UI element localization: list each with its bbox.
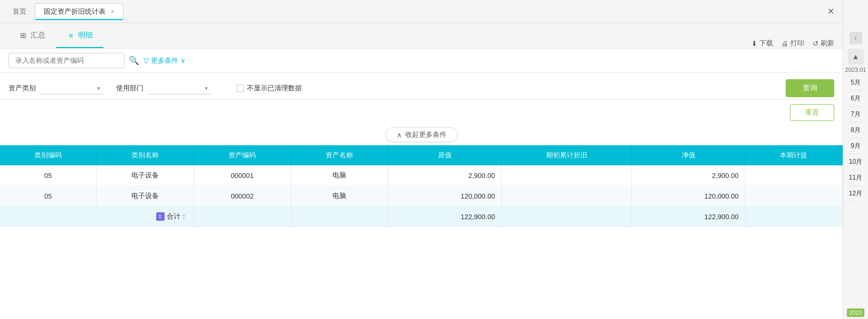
close-window-icon[interactable]: ✕ <box>827 6 834 16</box>
cell-asset-name: 电脑 <box>291 165 388 186</box>
collapse-row: ∧ 收起更多条件 <box>0 123 843 145</box>
download-icon: ⬇ <box>751 40 757 48</box>
refresh-icon: ↺ <box>813 40 818 48</box>
asset-category-select[interactable] <box>40 82 103 95</box>
cell-category-code: 05 <box>0 165 97 186</box>
col-current-period: 本期计提 <box>745 145 842 165</box>
tab-title: 固定资产折旧统计表 <box>44 7 106 16</box>
summary-icon: ⊞ <box>19 31 27 40</box>
no-cleared-label: 不显示已清理数据 <box>247 83 302 93</box>
collapse-label: 收起更多条件 <box>405 130 446 139</box>
department-select[interactable] <box>148 82 211 95</box>
tab-close-icon[interactable]: × <box>111 8 115 15</box>
search-icon[interactable]: 🔍 <box>129 55 139 65</box>
query-button[interactable]: 查询 <box>786 79 834 97</box>
cell-asset-name: 电脑 <box>291 186 388 207</box>
sidebar-month-item[interactable]: 11月 <box>849 170 862 186</box>
tab-summary[interactable]: ⊞ 汇总 <box>8 23 56 48</box>
table-row: 05 电子设备 000001 电脑 2,900.00 2,900.00 <box>0 165 843 186</box>
year-badge: 2023 <box>847 308 864 317</box>
department-select-wrapper: ▼ <box>148 82 211 95</box>
collapse-button[interactable]: ∧ 收起更多条件 <box>386 127 457 142</box>
cell-original-value: 120,000.00 <box>388 186 501 207</box>
more-conditions-label: 更多条件 <box>151 56 178 65</box>
refresh-button[interactable]: ↺ 刷新 <box>813 39 834 48</box>
date-display: 2023.01 <box>845 67 866 73</box>
sidebar-month-item[interactable]: 10月 <box>849 154 862 170</box>
total-current-period <box>745 207 842 227</box>
total-icon: Σ <box>156 212 165 221</box>
col-category-name: 类别名称 <box>97 145 194 165</box>
cell-current-period <box>745 165 842 186</box>
print-button[interactable]: 🖨 打印 <box>781 39 804 48</box>
cell-original-value: 2,900.00 <box>388 165 501 186</box>
chevron-down-icon: ∨ <box>180 57 186 64</box>
sidebar-month-item[interactable]: 12月 <box>849 186 862 202</box>
asset-category-select-wrapper: ▼ <box>40 82 103 95</box>
cell-asset-code: 000001 <box>194 165 291 186</box>
total-label-cell: Σ 合计： <box>0 207 194 227</box>
sidebar-month-item[interactable]: 6月 <box>849 91 862 107</box>
tab-bar: ⊞ 汇总 ≡ 明细 ⬇ 下载 🖨 打印 ↺ 刷新 <box>0 23 843 49</box>
cell-accumulated-depreciation <box>502 165 632 186</box>
col-net-value: 净值 <box>632 145 745 165</box>
table-row: 05 电子设备 000002 电脑 120,000.00 120,000.00 <box>0 186 843 207</box>
total-row: Σ 合计： 122,900.00 122,900.00 <box>0 207 843 227</box>
col-original-value: 原值 <box>388 145 501 165</box>
asset-category-group: 资产类别 ▼ <box>8 82 103 95</box>
data-table: 类别编码 类别名称 资产编码 资产名称 原值 期初累计折旧 净值 本期计提 05… <box>0 145 843 227</box>
sidebar-month-item[interactable]: 9月 <box>849 138 862 154</box>
cell-category-name: 电子设备 <box>97 165 194 186</box>
right-sidebar: › ▲ 2023.01 5月6月7月8月9月10月11月12月 2023 <box>843 0 868 319</box>
tab-detail-label: 明细 <box>78 31 93 40</box>
total-net-value: 122,900.00 <box>632 207 745 227</box>
total-asset-code <box>194 207 291 227</box>
search-input[interactable] <box>8 53 125 68</box>
no-cleared-group: 不显示已清理数据 <box>236 83 302 93</box>
reset-button[interactable]: 重置 <box>790 104 834 121</box>
print-label: 打印 <box>790 39 804 48</box>
col-accumulated-depreciation: 期初累计折旧 <box>502 145 632 165</box>
download-button[interactable]: ⬇ 下载 <box>751 39 773 48</box>
more-conditions-button[interactable]: ▽ 更多条件 ∨ <box>144 56 186 65</box>
cell-category-name: 电子设备 <box>97 186 194 207</box>
table-container: 类别编码 类别名称 资产编码 资产名称 原值 期初累计折旧 净值 本期计提 05… <box>0 145 843 319</box>
cell-current-period <box>745 186 842 207</box>
download-label: 下载 <box>759 39 773 48</box>
search-bar: 🔍 ▽ 更多条件 ∨ <box>0 49 843 73</box>
print-icon: 🖨 <box>781 40 788 48</box>
department-group: 使用部门 ▼ <box>116 82 211 95</box>
col-category-code: 类别编码 <box>0 145 97 165</box>
refresh-label: 刷新 <box>821 39 834 48</box>
total-original-value: 122,900.00 <box>388 207 501 227</box>
tab-detail[interactable]: ≡ 明细 <box>56 23 103 48</box>
asset-category-label: 资产类别 <box>8 83 36 93</box>
reset-row: 重置 <box>0 100 843 123</box>
home-nav[interactable]: 首页 <box>8 5 31 18</box>
cell-accumulated-depreciation <box>502 186 632 207</box>
detail-icon: ≡ <box>66 31 75 40</box>
toolbar-right: ⬇ 下载 🖨 打印 ↺ 刷新 <box>751 39 834 48</box>
tab-summary-label: 汇总 <box>31 31 45 40</box>
sidebar-month-item[interactable]: 7月 <box>849 107 862 123</box>
scroll-up-icon[interactable]: ▲ <box>848 49 864 64</box>
sidebar-month-item[interactable]: 5月 <box>849 75 862 91</box>
department-label: 使用部门 <box>116 83 144 93</box>
cell-asset-code: 000002 <box>194 186 291 207</box>
filter-icon: ▽ <box>144 57 149 64</box>
total-accumulated-depreciation <box>502 207 632 227</box>
cell-net-value: 120,000.00 <box>632 186 745 207</box>
chevron-up-icon: ∧ <box>397 131 402 139</box>
col-asset-code: 资产编码 <box>194 145 291 165</box>
col-asset-name: 资产名称 <box>291 145 388 165</box>
no-cleared-checkbox[interactable] <box>236 85 244 92</box>
sidebar-month-item[interactable]: 8月 <box>849 123 862 138</box>
total-asset-name <box>291 207 388 227</box>
sidebar-expand-icon[interactable]: › <box>850 32 862 44</box>
top-nav: 首页 固定资产折旧统计表 × ✕ <box>0 0 843 23</box>
active-tab[interactable]: 固定资产折旧统计表 × <box>35 3 123 20</box>
filter-panel: 资产类别 ▼ 使用部门 ▼ 不显示已清理数据 查询 <box>0 73 843 100</box>
cell-category-code: 05 <box>0 186 97 207</box>
table-header-row: 类别编码 类别名称 资产编码 资产名称 原值 期初累计折旧 净值 本期计提 <box>0 145 843 165</box>
cell-net-value: 2,900.00 <box>632 165 745 186</box>
